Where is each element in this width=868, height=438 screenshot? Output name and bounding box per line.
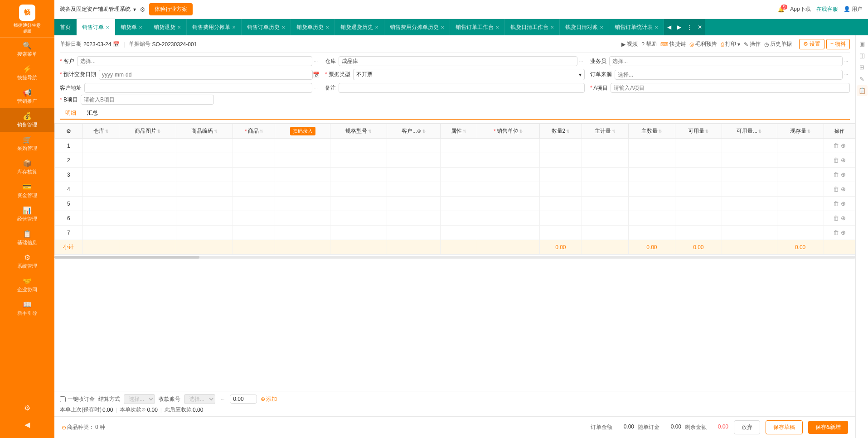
tab-invoice-history[interactable]: 销货单历史 ✕: [291, 19, 335, 35]
copy-icon[interactable]: ⊕: [841, 186, 846, 193]
profit-preview-btn[interactable]: ◎ 毛利预告: [689, 40, 717, 48]
tab-statistics[interactable]: 销售订单统计表 ✕: [609, 19, 664, 35]
right-panel-item-2[interactable]: ◫: [857, 50, 868, 61]
tab-next-button[interactable]: ▶: [674, 19, 684, 35]
tab-close-return[interactable]: ✕: [177, 25, 181, 30]
copy-icon[interactable]: ⊕: [841, 229, 846, 236]
one-click-checkbox[interactable]: [60, 396, 66, 402]
add-items-button[interactable]: + 物料: [826, 39, 850, 49]
notification-bell[interactable]: 🔔 9: [778, 6, 785, 13]
app-download-link[interactable]: App下载: [790, 5, 810, 13]
right-panel-item-3[interactable]: ⊞: [857, 62, 868, 72]
delete-icon[interactable]: 🗑: [833, 171, 839, 178]
tab-sales-invoice[interactable]: 销货单 ✕: [115, 19, 148, 35]
shortcut-btn[interactable]: ⌨ 快捷键: [660, 40, 686, 48]
customer-input[interactable]: [77, 56, 312, 66]
copy-icon[interactable]: ⊕: [841, 142, 846, 149]
user-avatar[interactable]: 👤 用户: [844, 5, 863, 13]
tab-prev-button[interactable]: ◀: [664, 19, 674, 35]
tab-daily-workbench[interactable]: 钱货日清工作台 ✕: [505, 19, 560, 35]
history-btn[interactable]: ◷ 历史单据: [764, 40, 792, 48]
right-panel-item-4[interactable]: ✎: [857, 73, 868, 84]
delivery-calendar-icon[interactable]: 📅: [313, 72, 320, 78]
th-product[interactable]: *商品⇅: [233, 124, 275, 139]
add-collect-btn[interactable]: ⊕ 添加: [261, 395, 277, 403]
settings-button[interactable]: ⚙ 设置: [799, 39, 824, 49]
sidebar-settings[interactable]: ⚙: [0, 400, 54, 417]
addr-more-icon[interactable]: ···: [312, 86, 320, 91]
delete-icon[interactable]: 🗑: [833, 200, 839, 207]
copy-icon[interactable]: ⊕: [841, 171, 846, 178]
delete-icon[interactable]: 🗑: [833, 142, 839, 149]
tab-return-history[interactable]: 销货退货历史 ✕: [335, 19, 384, 35]
b-project-input[interactable]: [81, 95, 214, 105]
tab-close-reconcile[interactable]: ✕: [600, 25, 603, 30]
th-warehouse[interactable]: 仓库⇅: [82, 124, 119, 139]
sidebar-item-search[interactable]: 🔍 搜索菜单: [0, 38, 54, 61]
sidebar-item-purchase[interactable]: 🛒 采购管理: [0, 132, 54, 155]
th-attribute[interactable]: 属性⇅: [441, 124, 477, 139]
warehouse-more-icon[interactable]: ···: [577, 59, 585, 64]
order-source-more-icon[interactable]: ···: [843, 72, 850, 77]
a-project-input[interactable]: [611, 83, 850, 93]
solution-button[interactable]: 体验行业方案: [149, 3, 193, 15]
tab-close-return-history[interactable]: ✕: [375, 25, 378, 30]
tab-close-order-history[interactable]: ✕: [281, 25, 285, 30]
print-btn[interactable]: ⎙ 打印 ▾: [721, 40, 740, 48]
product-count-icon[interactable]: ⊙: [62, 424, 66, 431]
discard-button[interactable]: 放弃: [734, 420, 760, 434]
tab-expense-history[interactable]: 销售费用分摊单历史 ✕: [384, 19, 450, 35]
tab-close-sales-invoice[interactable]: ✕: [139, 25, 142, 30]
tab-close-all-button[interactable]: ✕: [695, 19, 705, 35]
tab-sales-order[interactable]: 销售订单 ✕: [77, 19, 115, 35]
sidebar-item-operations[interactable]: 📊 经营管理: [0, 202, 54, 226]
account-select[interactable]: 选择...: [184, 394, 215, 404]
th-customer-code[interactable]: 客户...⊙⇅: [387, 124, 441, 139]
tab-order-workbench[interactable]: 销售订单工作台 ✕: [450, 19, 505, 35]
tab-close-daily-workbench[interactable]: ✕: [550, 25, 554, 30]
delete-icon[interactable]: 🗑: [833, 157, 839, 164]
save-new-button[interactable]: 保存&新增: [808, 421, 848, 434]
customer-more-icon[interactable]: ···: [312, 59, 320, 64]
copy-icon[interactable]: ⊕: [841, 215, 846, 221]
th-main-unit[interactable]: 主计量⇅: [582, 124, 628, 139]
account-more-icon[interactable]: ···: [219, 397, 226, 402]
delivery-input[interactable]: [99, 70, 313, 80]
th-settings[interactable]: ⚙: [55, 124, 83, 139]
horizontal-scrollbar[interactable]: [54, 256, 855, 259]
tab-detail[interactable]: 明细: [60, 107, 82, 120]
tab-return[interactable]: 销货退货 ✕: [148, 19, 187, 35]
system-selector[interactable]: 装备及固定资产辅助管理系统 ▾: [60, 5, 136, 13]
delete-icon[interactable]: 🗑: [833, 186, 839, 193]
settings-icon[interactable]: ⚙: [140, 6, 145, 13]
scan-button[interactable]: 扫码录入: [290, 127, 315, 135]
sidebar-item-collab[interactable]: 🤝 企业协同: [0, 273, 54, 297]
tab-more-button[interactable]: ⋮: [684, 19, 695, 35]
sidebar-item-quicknav[interactable]: ⚡ 快捷导航: [0, 61, 54, 85]
one-click-collect-label[interactable]: 一键收订金: [60, 395, 95, 403]
operation-btn[interactable]: ✎ 操作: [744, 40, 761, 48]
settle-method-select[interactable]: 选择...: [124, 394, 155, 404]
tab-close-invoice-history[interactable]: ✕: [325, 25, 329, 30]
sidebar-item-system[interactable]: ⚙ 系统管理: [0, 250, 54, 273]
tab-home[interactable]: 首页: [54, 19, 77, 35]
th-main-qty[interactable]: 主数量⇅: [628, 124, 675, 139]
order-source-input[interactable]: [615, 70, 843, 80]
sidebar-item-finance[interactable]: 💳 资金管理: [0, 179, 54, 202]
delete-icon[interactable]: 🗑: [833, 229, 839, 236]
th-current-qty[interactable]: 现存量⇅: [777, 124, 824, 139]
help-btn[interactable]: ? 帮助: [641, 40, 657, 48]
right-panel-item-1[interactable]: ▣: [857, 38, 868, 49]
amount-input[interactable]: [230, 395, 257, 404]
tab-summary[interactable]: 汇总: [82, 107, 103, 120]
online-service-link[interactable]: 在线客服: [816, 5, 838, 13]
th-qty2[interactable]: 数量2⇅: [539, 124, 582, 139]
sidebar-item-sales[interactable]: 💰 销售管理: [0, 108, 54, 132]
sidebar-item-basic[interactable]: 📋 基础信息: [0, 226, 54, 250]
customer-addr-input[interactable]: [84, 83, 312, 93]
tab-expense[interactable]: 销售费用分摊单 ✕: [187, 19, 242, 35]
th-sales-unit[interactable]: *销售单位⇅: [477, 124, 539, 139]
copy-icon[interactable]: ⊕: [841, 200, 846, 207]
calendar-icon[interactable]: 📅: [113, 41, 120, 48]
salesperson-more-icon[interactable]: ···: [843, 59, 850, 64]
